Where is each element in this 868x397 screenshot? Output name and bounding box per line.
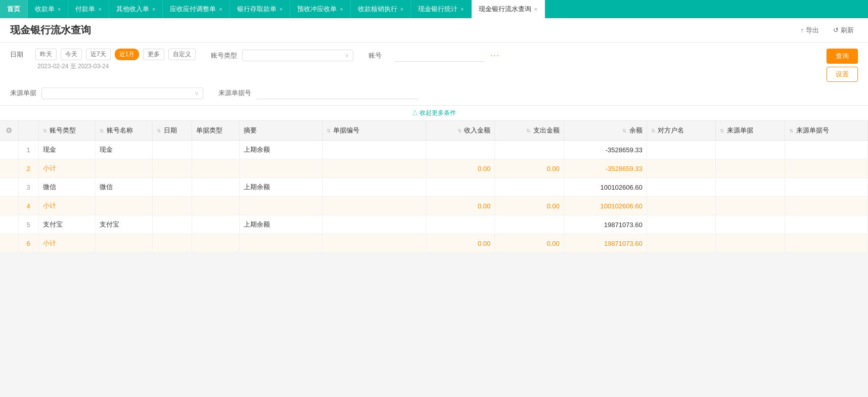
nav-item-other-income[interactable]: 其他收入单 × — [109, 0, 163, 18]
col-balance-label: 余额 — [629, 126, 643, 134]
col-source-doc-no: ⇅ 来源单据号 — [785, 121, 867, 141]
date-filter-label: 日期 — [10, 50, 30, 59]
cell-date — [153, 234, 192, 253]
date-btn-yesterday[interactable]: 昨天 — [35, 49, 57, 60]
cell-doc-type — [192, 197, 239, 215]
nav-item-receipt-verify[interactable]: 收款核销执行 × — [351, 0, 411, 18]
nav-close-other-income[interactable]: × — [152, 6, 155, 12]
account-type-dropdown-icon: ∨ — [345, 52, 349, 59]
nav-item-prepay-offset[interactable]: 预收冲应收单 × — [290, 0, 350, 18]
header-actions: ↑ 导出 ↺ 刷新 — [797, 24, 858, 37]
refresh-button[interactable]: ↺ 刷新 — [829, 24, 858, 37]
col-date: ⇅ 日期 — [153, 121, 192, 141]
sort-icon-account-name[interactable]: ⇅ — [100, 128, 104, 134]
nav-close-prepay-offset[interactable]: × — [340, 6, 343, 12]
cell-account-type: 小计 — [38, 197, 96, 215]
date-range-display: 2023-02-24 至 2023-03-24 — [37, 63, 109, 70]
nav-item-ar-ap-adjust[interactable]: 应收应付调整单 × — [163, 0, 230, 18]
col-summary-label: 摘要 — [244, 126, 257, 134]
refresh-icon: ↺ — [833, 26, 839, 34]
cell-expense: 0.00 — [495, 159, 564, 178]
collapse-filter-bar[interactable]: △ 收起更多条件 — [0, 106, 868, 121]
nav-item-bank-deposit[interactable]: 银行存取款单 × — [230, 0, 290, 18]
query-button[interactable]: 查询 — [827, 49, 858, 64]
date-btn-7days[interactable]: 近7天 — [86, 49, 111, 60]
cell-row-num: 1 — [18, 141, 38, 159]
nav-close-payment[interactable]: × — [98, 6, 101, 12]
date-options: 昨天 今天 近7天 近1月 更多 自定义 — [35, 49, 196, 60]
nav-item-cash-bank-stat[interactable]: 现金银行统计 × — [411, 0, 471, 18]
col-balance: ⇅ 余额 — [564, 121, 647, 141]
cell-balance: -3528659.33 — [564, 159, 647, 178]
cell-doc-no — [322, 159, 426, 178]
cell-settings — [0, 234, 18, 253]
table-settings-icon[interactable]: ⚙ — [6, 126, 12, 135]
sort-icon-doc-no[interactable]: ⇅ — [327, 128, 331, 134]
sort-icon-account-type[interactable]: ⇅ — [43, 128, 47, 134]
source-doc-label: 来源单据 — [10, 89, 36, 98]
table-row[interactable]: 1现金现金上期余额-3528659.33 — [0, 141, 868, 159]
sort-icon-balance[interactable]: ⇅ — [622, 128, 626, 134]
sort-icon-counterpart[interactable]: ⇅ — [651, 128, 655, 134]
col-settings: ⚙ — [0, 121, 18, 141]
nav-item-receipt[interactable]: 收款单 × — [28, 0, 68, 18]
settings-button[interactable]: 设置 — [827, 67, 858, 82]
cell-expense: 0.00 — [495, 234, 564, 253]
cell-date — [153, 159, 192, 178]
source-doc-no-label: 来源单据号 — [218, 89, 251, 98]
cell-counterpart — [647, 178, 716, 197]
sort-icon-source-doc[interactable]: ⇅ — [720, 128, 724, 134]
cell-doc-no — [322, 178, 426, 197]
cell-doc-no — [322, 234, 426, 253]
nav-item-home[interactable]: 首页 — [0, 0, 28, 18]
date-btn-today[interactable]: 今天 — [61, 49, 82, 60]
account-type-select[interactable]: ∨ — [242, 50, 353, 61]
cell-income — [426, 178, 495, 197]
nav-close-receipt-verify[interactable]: × — [400, 6, 403, 12]
cell-income: 0.00 — [426, 234, 495, 253]
account-more-button[interactable]: ··· — [490, 51, 499, 60]
nav-label-receipt: 收款单 — [35, 5, 55, 14]
export-button[interactable]: ↑ 导出 — [797, 24, 824, 37]
col-account-name: ⇅ 账号名称 — [96, 121, 153, 141]
nav-close-bank-deposit[interactable]: × — [280, 6, 283, 12]
date-btn-1month[interactable]: 近1月 — [115, 49, 140, 60]
table-row[interactable]: 2小计0.000.00-3528659.33 — [0, 159, 868, 178]
cell-settings — [0, 141, 18, 159]
table-row[interactable]: 4小计0.000.00100102606.60 — [0, 197, 868, 215]
cell-account-name — [96, 159, 153, 178]
nav-label-other-income: 其他收入单 — [116, 5, 149, 14]
cell-account-type: 小计 — [38, 159, 96, 178]
table-row[interactable]: 3微信微信上期余额100102606.60 — [0, 178, 868, 197]
nav-item-payment[interactable]: 付款单 × — [68, 0, 109, 18]
nav-close-ar-ap-adjust[interactable]: × — [219, 6, 222, 12]
cell-income: 0.00 — [426, 159, 495, 178]
source-doc-select[interactable]: ∨ — [41, 87, 203, 99]
sort-icon-date[interactable]: ⇅ — [157, 128, 161, 134]
cell-source-doc-no — [785, 141, 867, 159]
cell-doc-type — [192, 159, 239, 178]
sort-icon-source-doc-no[interactable]: ⇅ — [789, 128, 793, 134]
source-doc-no-input[interactable] — [256, 87, 418, 99]
table-row[interactable]: 6小计0.000.0019871073.60 — [0, 234, 868, 253]
date-btn-custom[interactable]: 自定义 — [168, 49, 196, 60]
nav-close-cash-bank-stat[interactable]: × — [461, 6, 464, 12]
cell-income: 0.00 — [426, 197, 495, 215]
col-account-type: ⇅ 账号类型 — [38, 121, 96, 141]
nav-close-cash-bank-query[interactable]: × — [534, 6, 537, 12]
nav-item-cash-bank-query[interactable]: 现金银行流水查询 × — [472, 0, 545, 18]
col-row-num — [18, 121, 38, 141]
account-input[interactable] — [394, 50, 485, 62]
cell-expense — [495, 215, 564, 234]
col-doc-type-label: 单据类型 — [196, 126, 222, 134]
sort-icon-expense[interactable]: ⇅ — [526, 128, 530, 134]
col-income: ⇅ 收入金额 — [426, 121, 495, 141]
col-expense: ⇅ 支出金额 — [495, 121, 564, 141]
col-source-doc: ⇅ 来源单据 — [716, 121, 785, 141]
col-doc-no-label: 单据编号 — [333, 126, 359, 134]
table-row[interactable]: 5支付宝支付宝上期余额19871073.60 — [0, 215, 868, 234]
nav-close-receipt[interactable]: × — [58, 6, 61, 12]
cell-doc-type — [192, 215, 239, 234]
sort-icon-income[interactable]: ⇅ — [458, 128, 462, 134]
date-btn-more[interactable]: 更多 — [143, 49, 164, 60]
